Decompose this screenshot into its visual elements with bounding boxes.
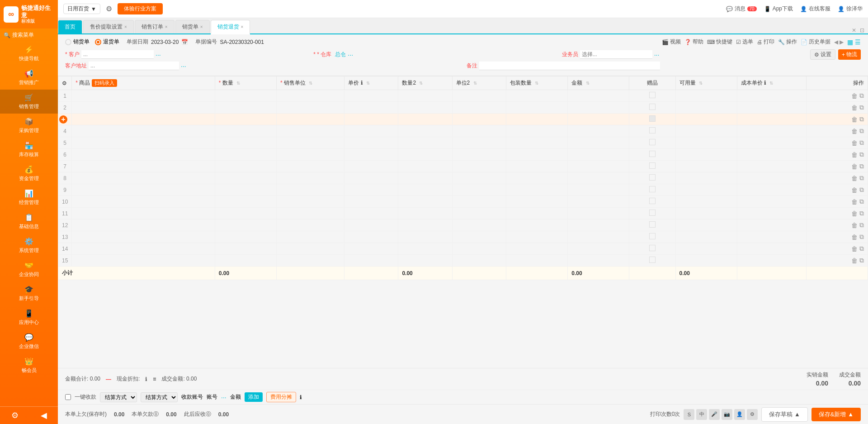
copy-icon[interactable]: ⧉ — [859, 257, 864, 264]
row-pack-qty[interactable] — [506, 102, 568, 114]
logistics-button[interactable]: + 物流 — [838, 49, 861, 60]
im-zh-icon[interactable]: 中 — [696, 409, 707, 420]
online-service-button[interactable]: 👤 在线客服 — [800, 5, 830, 13]
delete-icon[interactable]: 🗑 — [851, 151, 858, 158]
row-product[interactable] — [72, 90, 215, 102]
account-method-select[interactable]: 结算方式 — [100, 392, 137, 402]
copy-icon[interactable]: ⧉ — [859, 151, 864, 158]
toolbar-shortcut[interactable]: ⌨ 快捷键 — [707, 38, 732, 46]
row-gift[interactable] — [629, 102, 675, 114]
toolbar-history[interactable]: 📄 历史单据 — [801, 38, 830, 46]
salesperson-dots[interactable]: ··· — [654, 51, 660, 58]
toolbar-operation[interactable]: 🔧 操作 — [778, 38, 797, 46]
tab-sales-close[interactable]: × — [200, 24, 203, 29]
collapse-icon[interactable]: ◀ — [41, 410, 47, 420]
sidebar-item-enterprise[interactable]: 🤝 企业协同 — [0, 257, 58, 281]
row-quantity2[interactable] — [398, 90, 452, 102]
scan-button[interactable]: 扫码录入 — [92, 79, 117, 87]
sidebar-item-quick-nav[interactable]: ⚡ 快捷导航 — [0, 42, 58, 66]
row-quantity-active[interactable] — [215, 114, 276, 125]
delete-icon[interactable]: 🗑 — [851, 116, 858, 123]
row-quantity2-active[interactable] — [398, 114, 452, 125]
copy-icon[interactable]: ⧉ — [859, 115, 864, 123]
sidebar-item-wechat[interactable]: 💬 企业微信 — [0, 329, 58, 353]
company-select[interactable]: 日用百货 ▼ — [63, 4, 100, 14]
settings-icon[interactable]: ⚙ — [11, 410, 19, 420]
close-window-icon[interactable]: ✕ — [852, 27, 856, 33]
copy-icon[interactable]: ⧉ — [859, 233, 864, 241]
address-dots[interactable]: ··· — [181, 62, 186, 70]
sidebar-item-basic-info[interactable]: 📋 基础信息 — [0, 210, 58, 233]
tab-sales-order-close[interactable]: × — [165, 24, 168, 29]
delete-icon[interactable]: 🗑 — [851, 92, 858, 100]
im-s-icon[interactable]: S — [684, 409, 694, 420]
sidebar-item-sales[interactable]: 🛒 销售管理 — [0, 90, 58, 114]
settings-icon[interactable]: ⚙ — [106, 5, 112, 13]
next-icon[interactable]: ▶ — [840, 39, 844, 45]
tab-price-extract-close[interactable]: × — [124, 24, 127, 29]
gift-checkbox[interactable] — [649, 104, 656, 110]
row-cost-price[interactable] — [737, 90, 806, 102]
copy-icon[interactable]: ⧉ — [859, 221, 864, 229]
delete-icon[interactable]: 🗑 — [851, 128, 858, 135]
sidebar-item-member[interactable]: 👑 畅会员 — [0, 353, 58, 377]
salesperson-input[interactable] — [580, 50, 652, 59]
copy-icon[interactable]: ⧉ — [859, 210, 864, 217]
delete-icon[interactable]: 🗑 — [851, 163, 858, 170]
row-sales-unit[interactable] — [276, 90, 344, 102]
copy-icon[interactable]: ⧉ — [859, 198, 864, 205]
row-gift[interactable] — [629, 90, 675, 102]
row-pack-qty-active[interactable] — [506, 114, 568, 125]
delete-icon[interactable]: 🗑 — [851, 210, 858, 217]
product-input-active[interactable] — [75, 116, 211, 123]
gift-checkbox[interactable] — [649, 92, 656, 98]
row-gift-active[interactable] — [629, 114, 675, 125]
row-sales-unit[interactable] — [276, 102, 344, 114]
save-new-button[interactable]: 保存&新增 ▲ — [811, 408, 861, 421]
fee-button[interactable]: 费用分摊 — [266, 392, 296, 402]
list-view-icon[interactable]: ☰ — [855, 38, 861, 46]
copy-icon[interactable]: ⧉ — [859, 92, 864, 100]
sidebar-item-marketing[interactable]: 📢 营销推广 — [0, 66, 58, 90]
row-price[interactable] — [344, 90, 398, 102]
delete-icon[interactable]: 🗑 — [851, 257, 858, 264]
row-quantity[interactable] — [215, 102, 276, 114]
row-quantity2[interactable] — [398, 102, 452, 114]
tab-sales-return[interactable]: 销货退货 × — [211, 20, 250, 34]
sidebar-item-inventory[interactable]: 🏪 库存核算 — [0, 138, 58, 162]
toolbar-video[interactable]: 🎬 视频 — [662, 38, 681, 46]
row-amount-active[interactable] — [568, 114, 629, 125]
save-draft-button[interactable]: 保存草稿 ▲ — [761, 407, 808, 422]
calendar-icon[interactable]: 📅 — [181, 39, 188, 45]
row-available[interactable] — [675, 90, 737, 102]
delete-icon[interactable]: 🗑 — [851, 104, 858, 111]
toolbar-select[interactable]: ☑ 选单 — [736, 38, 753, 46]
copy-icon[interactable]: ⧉ — [859, 127, 864, 135]
row-price[interactable] — [344, 102, 398, 114]
im-settings-icon[interactable]: ⚙ — [747, 409, 758, 420]
warehouse-dots[interactable]: ··· — [348, 51, 353, 58]
toolbar-print[interactable]: 🖨 打印 — [757, 38, 774, 46]
toolbar-help[interactable]: ❓ 帮助 — [684, 38, 703, 46]
one-key-checkbox[interactable] — [65, 394, 71, 400]
grid-view-icon[interactable]: ▦ — [847, 38, 853, 46]
delete-icon[interactable]: 🗑 — [851, 139, 858, 147]
maximize-icon[interactable]: ⊡ — [860, 27, 864, 33]
row-cost-price-active[interactable] — [737, 114, 806, 125]
add-button[interactable]: 添加 — [245, 392, 263, 402]
tab-price-extract[interactable]: 售价提取设置 × — [83, 20, 134, 33]
tab-sales-return-close[interactable]: × — [241, 24, 244, 29]
sidebar-item-finance[interactable]: 💰 资金管理 — [0, 162, 58, 186]
delete-icon[interactable]: 🗑 — [851, 245, 858, 252]
address-input[interactable] — [89, 62, 179, 70]
col-settings[interactable]: ⚙ — [58, 76, 72, 90]
sidebar-item-system[interactable]: ⚙️ 系统管理 — [0, 233, 58, 257]
setting-button[interactable]: ⚙ 设置 — [810, 49, 835, 60]
im-mic-icon[interactable]: 🎤 — [709, 409, 720, 420]
im-person-icon[interactable]: 👤 — [734, 409, 745, 420]
im-camera-icon[interactable]: 📷 — [722, 409, 732, 420]
sidebar-item-purchase[interactable]: 📦 采购管理 — [0, 114, 58, 138]
delete-icon[interactable]: 🗑 — [851, 222, 858, 229]
row-product[interactable] — [72, 102, 215, 114]
delete-icon[interactable]: 🗑 — [851, 233, 858, 241]
